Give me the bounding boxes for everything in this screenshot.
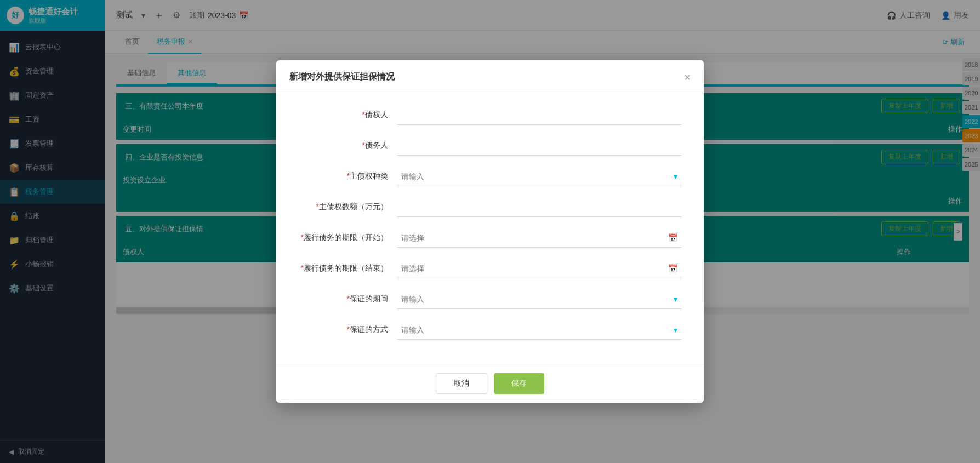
- guarantee-method-input[interactable]: [397, 320, 682, 340]
- form-group-period-start: *履行债务的期限（开始） 📅: [298, 228, 682, 248]
- claim-type-label: *主债权种类: [298, 172, 397, 181]
- guarantee-period-wrapper: ▾: [397, 289, 682, 309]
- period-start-label: *履行债务的期限（开始）: [298, 233, 397, 243]
- guarantee-period-input[interactable]: [397, 289, 682, 309]
- form-group-claim-type: *主债权种类 ▾: [298, 167, 682, 186]
- modal: 新增对外提供保证担保情况 × *债权人 *债务人 *主债权种类: [276, 60, 704, 403]
- form-group-debtor: *债务人: [298, 136, 682, 156]
- period-start-wrapper: 📅: [397, 228, 682, 248]
- creditor-label: *债权人: [298, 110, 397, 120]
- claim-type-select-wrapper: ▾: [397, 167, 682, 186]
- claim-type-input[interactable]: [397, 167, 682, 186]
- modal-body: *债权人 *债务人 *主债权种类 ▾: [276, 92, 704, 364]
- guarantee-period-label: *保证的期间: [298, 294, 397, 304]
- guarantee-method-label: *保证的方式: [298, 325, 397, 335]
- form-group-guarantee-period: *保证的期间 ▾: [298, 289, 682, 309]
- period-start-input[interactable]: [397, 228, 682, 248]
- modal-footer: 取消 保存: [276, 364, 704, 403]
- modal-close-button[interactable]: ×: [684, 72, 691, 83]
- debtor-input[interactable]: [397, 136, 682, 156]
- guarantee-method-wrapper: ▾: [397, 320, 682, 340]
- form-group-claim-amount: *主债权数额（万元）: [298, 197, 682, 217]
- claim-amount-input[interactable]: [397, 197, 682, 217]
- form-group-guarantee-method: *保证的方式 ▾: [298, 320, 682, 340]
- save-button[interactable]: 保存: [494, 373, 544, 394]
- debtor-label: *债务人: [298, 141, 397, 151]
- creditor-input[interactable]: [397, 105, 682, 125]
- cancel-button[interactable]: 取消: [436, 373, 487, 394]
- period-end-label: *履行债务的期限（结束）: [298, 264, 397, 273]
- claim-amount-label: *主债权数额（万元）: [298, 202, 397, 212]
- modal-header: 新增对外提供保证担保情况 ×: [276, 60, 704, 92]
- form-group-period-end: *履行债务的期限（结束） 📅: [298, 259, 682, 278]
- period-end-wrapper: 📅: [397, 259, 682, 278]
- modal-title: 新增对外提供保证担保情况: [289, 71, 395, 83]
- modal-overlay[interactable]: 新增对外提供保证担保情况 × *债权人 *债务人 *主债权种类: [0, 0, 980, 463]
- form-group-creditor: *债权人: [298, 105, 682, 125]
- period-end-input[interactable]: [397, 259, 682, 278]
